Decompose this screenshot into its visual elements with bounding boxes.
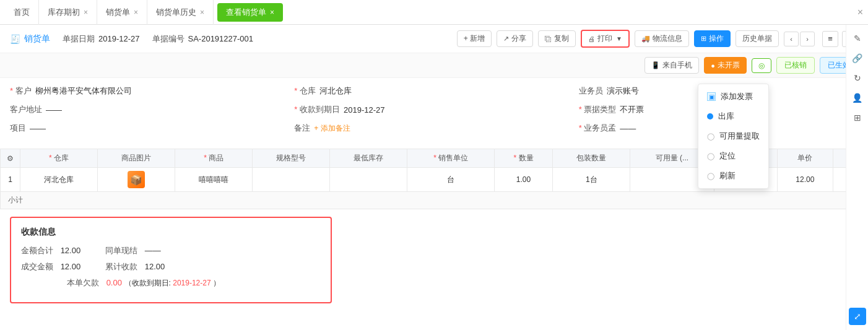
tab-sales-order[interactable]: 销货单 × [97,0,147,25]
customer-label: 客户 [10,85,32,97]
staff-label: 业务员 [579,85,603,97]
nav-arrows: ‹ › [784,32,815,46]
subtotal-label: 小计 [1,192,868,209]
close-window-button[interactable]: × [857,7,863,18]
th-spec: 规格型号 [253,149,330,168]
correct-button[interactable]: ◎ [752,58,771,73]
project-field: 项目 —— [10,123,289,134]
due-date-label: 收款到期日 [294,104,340,115]
row-unit-price: 12.00 [777,168,833,192]
tab-close-view[interactable]: × [270,8,274,17]
refresh-icon: ◯ [707,172,714,180]
sidebar-edit-icon[interactable]: ✎ [849,30,866,47]
delivery-icon [707,113,713,119]
outstanding-note: （收款到期日: 2019-12-27 ） [124,279,220,287]
from-phone-button[interactable]: 📱 来自手机 [644,57,699,74]
ticket-type-value: 不开票 [620,104,644,115]
sidebar-user-icon[interactable]: 👤 [849,89,866,106]
row-quantity: 1.00 [494,168,552,192]
th-settings[interactable]: ⚙ [1,149,20,168]
add-note-button[interactable]: 添加备注 [314,123,350,134]
row-product: 嘻嘻嘻嘻 [175,168,253,192]
payment-info-box: 收款信息 金额合计 12.00 同单现结 —— 成交金额 12.00 累计收款 … [10,217,332,303]
total-amount-value: 12.00 [61,246,81,255]
delivery-item[interactable]: 出库 [698,106,768,126]
tab-sales-history[interactable]: 销货单历史 × [147,0,214,25]
tab-close-inventory[interactable]: × [84,8,88,17]
th-min-stock: 最低库存 [330,149,407,168]
customer-field: 客户 柳州粤港平安气体有限公司 [10,85,289,97]
row-sales-unit: 台 [407,168,495,192]
tab-close-history[interactable]: × [200,8,204,17]
row-index: 1 [1,168,20,192]
logistics-button[interactable]: 🚚 物流信息 [635,30,689,47]
th-sales-unit: * 销售单位 [407,149,495,168]
voided-badge: 已核销 [776,57,815,74]
sidebar-expand-icon[interactable]: ⤢ [849,308,866,325]
available-extract-item[interactable]: ◯ 可用量提取 [698,126,768,146]
history-button[interactable]: 历史单据 [736,30,779,47]
product-image-icon: 📦 [128,171,145,188]
row-product-image: 📦 [98,168,175,192]
tab-inventory-init[interactable]: 库存期初 × [39,0,97,25]
address-field: 客户地址 —— [10,104,289,115]
staff-value: 演示账号 [607,85,639,97]
th-warehouse: 仓库 [20,149,98,168]
tab-close-sales[interactable]: × [134,8,138,17]
toolbar-row: 📱 来自手机 ● 未开票 ◎ 已核销 已生效 [0,53,868,78]
cumulative-receipt-label: 累计收款 [105,262,137,271]
transaction-amount-label: 成交金额 [21,262,53,271]
date-label: 单据日期 [63,33,95,45]
sidebar-refresh-icon[interactable]: ↻ [849,69,866,87]
warehouse-label: 仓库 [294,85,316,97]
doc-header: 🧾 销货单 单据日期 2019-12-27 单据编号 SA-20191227-0… [0,25,868,53]
doc-actions: + 新增 ↗ 分享 ⿻ 复制 🖨 打印 ▼ 🚚 物流信息 ⊞ 操作 [457,30,858,48]
sidebar-link-icon[interactable]: 🔗 [849,50,866,67]
add-invoice-icon: ▣ [707,92,716,101]
operations-button[interactable]: ⊞ 操作 [694,30,731,47]
address-label: 客户地址 [10,104,42,115]
prev-arrow[interactable]: ‹ [784,32,799,46]
number-label: 单据编号 [152,33,184,45]
location-item[interactable]: ◯ 定位 [698,146,768,166]
tab-view-sales[interactable]: 查看销货单 × [217,3,283,22]
salesperson-value: —— [620,124,636,133]
outstanding-label: 本单欠款 [67,278,99,287]
doc-meta: 单据日期 2019-12-27 单据编号 SA-20191227-001 [63,33,253,45]
warehouse-value: 河北仓库 [319,85,352,97]
same-order-label: 同单现结 [105,246,137,255]
list-view-button[interactable]: ≡ [822,31,838,47]
note-label: 备注 [294,123,310,134]
main-content: 🧾 销货单 单据日期 2019-12-27 单据编号 SA-20191227-0… [0,25,868,330]
th-quantity: * 数量 [494,149,552,168]
salesperson-label: 业务员孟 [579,123,617,134]
payment-info-title: 收款信息 [21,227,321,238]
share-button[interactable]: ↗ 分享 [497,30,533,47]
th-product: * 商品 [175,149,253,168]
th-pack-qty: 包装数量 [553,149,630,168]
payment-row-1: 金额合计 12.00 同单现结 —— [21,245,321,256]
available-extract-icon: ◯ [707,132,714,141]
copy-button[interactable]: ⿻ 复制 [538,30,576,47]
project-value: —— [30,124,46,133]
doc-title: 🧾 销货单 [10,33,50,45]
tab-home[interactable]: 首页 [5,0,39,25]
sidebar-grid-icon[interactable]: ⊞ [849,109,866,126]
print-button[interactable]: 🖨 打印 ▼ [581,30,630,48]
new-button[interactable]: + 新增 [457,30,492,47]
row-warehouse: 河北仓库 [20,168,98,192]
operations-dropdown: ▣ 添加发票 出库 ◯ 可用量提取 ◯ 定位 ◯ 刷新 [698,84,769,189]
add-invoice-item[interactable]: ▣ 添加发票 [698,87,768,106]
not-open-button[interactable]: ● 未开票 [704,57,747,74]
warehouse-field: 仓库 河北仓库 [294,85,573,97]
same-order-value: —— [145,246,161,255]
th-product-image: 商品图片 [98,149,175,168]
transaction-amount-value: 12.00 [61,262,81,271]
project-label: 项目 [10,123,26,134]
refresh-item[interactable]: ◯ 刷新 [698,166,768,186]
customer-value: 柳州粤港平安气体有限公司 [35,85,132,97]
outstanding-value: 0.00 [106,278,122,287]
due-date-value: 2019-12-27 [344,105,385,115]
th-unit-price: 单价 [777,149,833,168]
next-arrow[interactable]: › [800,32,815,46]
